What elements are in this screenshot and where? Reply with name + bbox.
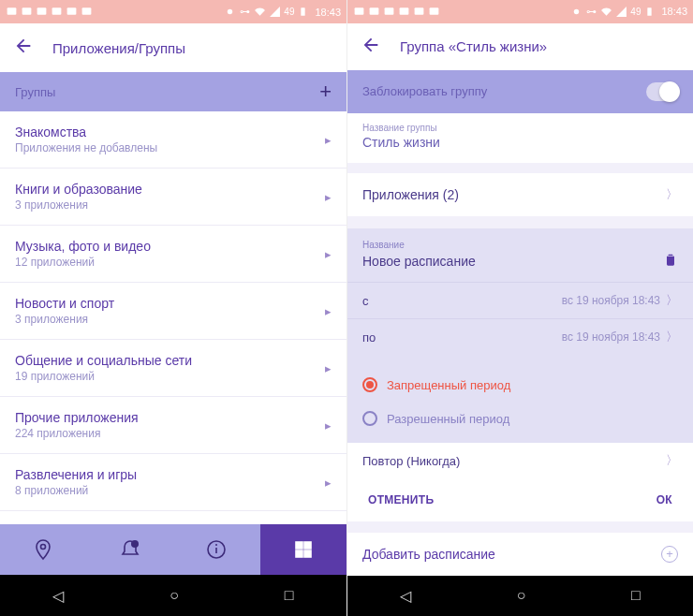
svg-rect-5 [82,7,92,15]
svg-point-24 [574,9,579,14]
from-row[interactable]: с вс 19 ноября 18:43〉 [347,282,693,318]
notif-icon [353,6,365,18]
svg-rect-2 [37,7,47,15]
notif-icon [413,6,425,18]
apps-row[interactable]: Приложения (2) 〉 [347,173,693,217]
status-bar: ⊶ 49 18:43 [347,0,693,23]
allowed-radio[interactable]: Разрешенный период [347,402,693,435]
screen-apps-groups: ⊶ 49 18:43 Приложения/Группы Группы + Зн… [0,0,346,616]
nav-home[interactable]: ○ [517,587,526,604]
svg-rect-18 [355,7,364,15]
radio-icon [362,411,377,426]
forbidden-radio[interactable]: Запрещенный период [347,368,693,402]
nav-recent[interactable]: □ [285,587,294,604]
from-label: с [362,294,369,308]
notif-icon [428,6,440,18]
list-item[interactable]: Книги и образование3 приложения▸ [0,169,346,226]
key-icon: ⊶ [239,6,251,18]
groups-header: Группы + [0,72,346,111]
svg-point-8 [41,545,46,550]
repeat-row[interactable]: Повтор (Никогда) 〉 [347,443,693,478]
radio-icon [362,377,377,392]
signal-icon [269,6,281,18]
nav-home[interactable]: ○ [170,587,179,604]
sync-icon [570,6,582,18]
notif-icon [6,6,18,18]
list-item[interactable]: Музыка, фото и видео12 приложений▸ [0,226,346,283]
to-row[interactable]: по вс 19 ноября 18:43〉 [347,318,693,355]
svg-rect-0 [7,7,17,15]
add-schedule-row[interactable]: Добавить расписание + [347,533,693,576]
divider [347,217,693,228]
wifi-icon [254,6,266,18]
signal-icon [615,6,627,18]
from-value: вс 19 ноября 18:43 [562,294,660,307]
chevron-right-icon: ▸ [325,361,332,375]
chevron-right-icon: ▸ [325,418,332,433]
screen-group-detail: ⊶ 49 18:43 Группа «Стиль жизни» Заблокир… [346,0,693,616]
svg-rect-15 [304,542,311,549]
cancel-button[interactable]: ОТМЕНИТЬ [368,493,434,506]
svg-rect-22 [415,7,424,15]
key-icon: ⊶ [585,6,597,18]
add-group-button[interactable]: + [319,80,332,104]
notif-icon [51,6,63,18]
lock-label: Заблокировать группу [362,84,487,98]
clock: 18:43 [661,6,687,17]
list-item[interactable]: ЗнакомстваПриложения не добавлены▸ [0,111,346,169]
list-item[interactable]: Развлечения и игры8 приложений▸ [0,454,346,511]
notif-icon [66,6,78,18]
chevron-right-icon: 〉 [666,452,678,469]
chevron-right-icon: 〉 [666,186,678,203]
chevron-right-icon: ▸ [325,190,332,204]
notif-icon [368,6,380,18]
nav-back[interactable]: ◁ [400,587,411,605]
page-title: Приложения/Группы [52,40,185,56]
back-button[interactable] [13,36,34,60]
nav-info[interactable] [173,524,260,575]
sched-label: Название [347,228,693,252]
group-name-field[interactable]: Название группы Стиль жизни [347,113,693,163]
svg-rect-23 [430,7,439,15]
allowed-label: Разрешенный период [387,412,509,426]
svg-point-6 [228,9,232,14]
battery-icon [643,6,656,18]
lock-group-row: Заблокировать группу [347,70,693,112]
svg-text:9+: 9+ [132,541,138,547]
ok-button[interactable]: ОК [656,493,672,506]
battery-pct: 49 [284,7,294,17]
nav-back[interactable]: ◁ [52,587,64,605]
svg-rect-16 [296,550,302,557]
nav-alerts[interactable]: 9+ [87,524,174,575]
nav-location[interactable] [0,524,87,575]
chevron-right-icon: ▸ [325,304,332,318]
repeat-label: Повтор (Никогда) [362,454,460,468]
svg-rect-19 [370,7,379,15]
groups-label: Группы [15,85,55,99]
list-item[interactable]: Общение и социальные сети19 приложений▸ [0,340,346,397]
chevron-right-icon: 〉 [666,292,678,309]
to-value: вс 19 ноября 18:43 [562,330,660,344]
android-nav: ◁ ○ □ [347,576,693,616]
back-button[interactable] [361,35,381,59]
list-item[interactable]: Прочие приложения224 приложения▸ [0,397,346,454]
group-list[interactable]: ЗнакомстваПриложения не добавлены▸ Книги… [0,111,346,524]
svg-rect-1 [22,7,32,15]
svg-rect-17 [304,550,311,557]
bottom-nav: 9+ [0,524,346,575]
clock: 18:43 [315,7,341,18]
nav-apps[interactable] [260,524,347,575]
list-item[interactable]: Новости и спорт3 приложения▸ [0,283,346,340]
notif-icon [36,6,48,18]
schedule-card: Название Новое расписание с вс 19 ноября… [347,228,693,521]
appbar: Приложения/Группы [0,23,346,72]
wifi-icon [600,6,612,18]
sched-title[interactable]: Новое расписание [362,254,476,269]
notif-icon [21,6,33,18]
delete-icon[interactable] [663,252,678,271]
chevron-right-icon: ▸ [325,247,332,261]
nav-recent[interactable]: □ [631,587,641,604]
chevron-right-icon: 〉 [666,329,678,345]
lock-toggle[interactable] [646,82,678,101]
appbar: Группа «Стиль жизни» [347,23,693,71]
